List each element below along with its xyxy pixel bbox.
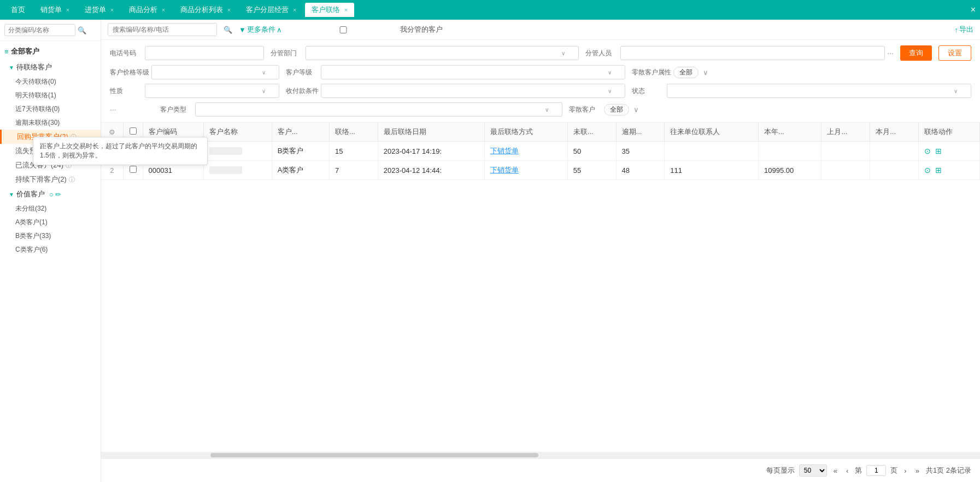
sidebar-item-declining[interactable]: 持续下滑客户(2) ⓘ bbox=[0, 172, 101, 187]
sidebar-item-today[interactable]: 今天待联络(0) bbox=[0, 75, 101, 89]
sidebar-item-ungrouped[interactable]: 未分组(32) bbox=[0, 202, 101, 216]
filter-payment-select[interactable]: ∨ bbox=[321, 84, 625, 98]
filter-customer-level-select[interactable]: ∨ bbox=[321, 65, 625, 79]
per-page-select[interactable]: 50 20 100 bbox=[799, 464, 827, 477]
current-page-input[interactable] bbox=[866, 465, 886, 476]
filter-nature-select[interactable]: ∨ bbox=[145, 84, 279, 98]
data-table: ⚙ 客户编码 客户名称 客户... 联络... 最后联络日期 最后联络方式 未联… bbox=[101, 123, 980, 180]
row2-grid-icon[interactable]: ⊞ bbox=[935, 166, 942, 175]
filter-dept-field: 分管部门 ∨ bbox=[271, 46, 579, 60]
row1-this-month bbox=[870, 142, 919, 161]
my-customer-checkbox[interactable] bbox=[289, 26, 398, 33]
sidebar-root-all-customers[interactable]: ≡ 全部客户 bbox=[0, 43, 101, 60]
last-page-button[interactable]: » bbox=[913, 466, 922, 476]
row2-unit-contact: 111 bbox=[665, 161, 759, 180]
customer-level-chevron: ∨ bbox=[608, 69, 612, 76]
sidebar-tree: ≡ 全部客户 ▼ 待联络客户 今天待联络(0) 明天待联络(1) 近7天待联络(… bbox=[0, 41, 101, 482]
nav-purchase[interactable]: 进货单 × bbox=[78, 3, 120, 17]
row1-link-icon[interactable]: ⊙ bbox=[924, 147, 931, 155]
collapse-icon[interactable]: ≡ bbox=[4, 48, 9, 56]
filter-extra-dots[interactable]: ··· bbox=[110, 105, 116, 114]
row1-overdue: 35 bbox=[616, 142, 665, 161]
query-button[interactable]: 查询 bbox=[900, 45, 932, 61]
sidebar: 🔍 ≡ 全部客户 ▼ 待联络客户 今天待联络(0) 明天待联络(1) 近7天待联… bbox=[0, 20, 101, 482]
close-product-analysis-tab[interactable]: × bbox=[162, 7, 165, 13]
row2-overdue: 48 bbox=[616, 161, 665, 180]
nav-customer-contact[interactable]: 客户联络 × bbox=[305, 3, 354, 17]
filter-person-label: 分管人员 bbox=[585, 49, 618, 58]
row1-action-buttons: ⊙ ⊞ bbox=[924, 147, 974, 155]
row2-actions: ⊙ ⊞ bbox=[918, 161, 979, 180]
sidebar-item-class-c[interactable]: C类客户(6) bbox=[0, 243, 101, 257]
col-this-year-header: 本年... bbox=[759, 123, 821, 142]
filter-search-input[interactable] bbox=[108, 23, 217, 36]
close-customer-tier-tab[interactable]: × bbox=[293, 7, 296, 13]
nav-home[interactable]: 首页 bbox=[4, 3, 32, 17]
sidebar-search-icon[interactable]: 🔍 bbox=[78, 26, 86, 34]
filter-price-level-select[interactable]: ∨ bbox=[151, 65, 279, 79]
global-close-button[interactable]: × bbox=[971, 5, 976, 15]
row2-not-contact: 55 bbox=[567, 161, 616, 180]
filter-nature-field: 性质 ∨ bbox=[110, 84, 279, 98]
filter-search-icon[interactable]: 🔍 bbox=[224, 26, 232, 34]
row1-last-contact-date: 2023-04-17 14:19: bbox=[378, 142, 484, 161]
nav-product-analysis[interactable]: 商品分析 × bbox=[122, 3, 172, 17]
filter-retail-attr-tag[interactable]: 全部 bbox=[673, 67, 699, 78]
retail-customer-chevron: ∨ bbox=[633, 106, 639, 114]
row1-grid-icon[interactable]: ⊞ bbox=[935, 147, 942, 155]
filter-retail-customer-tag[interactable]: 全部 bbox=[604, 104, 629, 115]
sidebar-section-value[interactable]: ▼ 价值客户 ○ ✏ bbox=[0, 187, 101, 202]
row2-checkbox[interactable] bbox=[130, 166, 137, 173]
next-page-button[interactable]: › bbox=[902, 466, 908, 476]
total-records: 共1页 2条记录 bbox=[926, 466, 971, 475]
row2-contact-link[interactable]: 下销货单 bbox=[490, 166, 519, 174]
table-settings-icon[interactable]: ⚙ bbox=[109, 128, 115, 136]
scroll-thumb[interactable] bbox=[210, 453, 538, 457]
edit-icon[interactable]: ○ ✏ bbox=[49, 190, 61, 199]
select-all-checkbox[interactable] bbox=[130, 127, 137, 135]
row2-last-contact-date: 2023-04-12 14:44: bbox=[378, 161, 484, 180]
close-purchase-tab[interactable]: × bbox=[110, 7, 114, 13]
row1-last-contact-way: 下销货单 bbox=[484, 142, 567, 161]
sidebar-item-class-a[interactable]: A类客户(1) bbox=[0, 216, 101, 229]
sidebar-item-overdue[interactable]: 逾期未联络(30) bbox=[0, 116, 101, 130]
page-of-label: 页 bbox=[890, 466, 897, 475]
filter-phone-input[interactable] bbox=[145, 46, 264, 60]
more-filter-button[interactable]: ▼ 更多条件 ∧ bbox=[239, 25, 282, 34]
row1-contact-link[interactable]: 下销货单 bbox=[490, 147, 519, 155]
filter-status-label: 状态 bbox=[632, 86, 665, 96]
settings-button[interactable]: 设置 bbox=[938, 45, 971, 61]
filter-status-select[interactable]: ∨ bbox=[667, 84, 971, 98]
nav-customer-tier[interactable]: 客户分层经营 × bbox=[239, 3, 303, 17]
sidebar-item-class-b[interactable]: B类客户(33) bbox=[0, 229, 101, 243]
filter-price-level-label: 客户价格等级 bbox=[110, 68, 149, 77]
first-page-button[interactable]: « bbox=[831, 466, 840, 476]
row1-name bbox=[204, 142, 272, 161]
close-sales-tab[interactable]: × bbox=[66, 7, 69, 13]
filter-customer-type-select[interactable]: ∨ bbox=[195, 102, 562, 117]
export-button[interactable]: ↑ 导出 bbox=[955, 25, 974, 34]
nav-product-list[interactable]: 商品分析列表 × bbox=[174, 3, 237, 17]
filter-phone-label: 电话号码 bbox=[110, 49, 143, 58]
col-action-header: 联络动作 bbox=[918, 123, 979, 142]
sidebar-section-pending[interactable]: ▼ 待联络客户 bbox=[0, 60, 101, 75]
arrow-icon: ▼ bbox=[9, 65, 14, 71]
horizontal-scrollbar[interactable] bbox=[101, 452, 980, 458]
close-product-list-tab[interactable]: × bbox=[227, 7, 231, 13]
sidebar-search-input[interactable] bbox=[4, 24, 75, 36]
filter-person-select[interactable] bbox=[620, 46, 885, 60]
nav-sales[interactable]: 销货单 × bbox=[34, 3, 76, 17]
prev-page-button[interactable]: ‹ bbox=[844, 466, 850, 476]
close-customer-contact-tab[interactable]: × bbox=[344, 7, 348, 13]
row2-last-contact-way: 下销货单 bbox=[484, 161, 567, 180]
sidebar-item-7days[interactable]: 近7天待联络(0) bbox=[0, 102, 101, 116]
row2-link-icon[interactable]: ⊙ bbox=[924, 166, 931, 175]
my-customer-checkbox-area: 我分管的客户 bbox=[289, 25, 443, 34]
filter-dept-select[interactable]: ∨ bbox=[306, 46, 579, 60]
col-last-month-header: 上月... bbox=[821, 123, 870, 142]
main-layout: 🔍 ≡ 全部客户 ▼ 待联络客户 今天待联络(0) 明天待联络(1) 近7天待联… bbox=[0, 20, 980, 482]
sidebar-item-tomorrow[interactable]: 明天待联络(1) bbox=[0, 89, 101, 102]
col-not-contact-header: 未联... bbox=[567, 123, 616, 142]
filter-person-dots[interactable]: ··· bbox=[887, 49, 894, 57]
arrow-value-icon: ▼ bbox=[9, 191, 14, 198]
